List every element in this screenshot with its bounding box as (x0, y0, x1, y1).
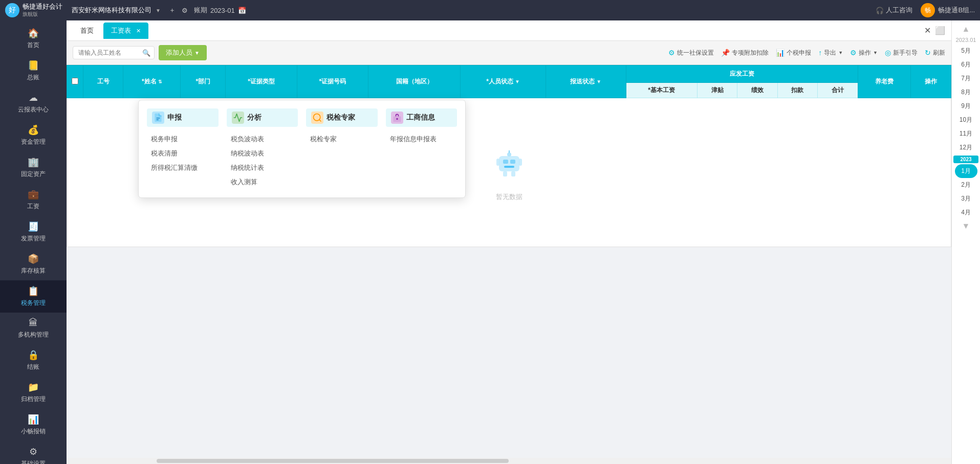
sidebar-label-settings: 基础设置 (21, 459, 46, 464)
sidebar-label-close: 结账 (27, 363, 39, 371)
sidebar-item-tax[interactable]: 📋 税务管理 (0, 280, 67, 313)
toolbar: 🔍 添加人员 ▼ ⚙ 统一社保设置 📌 专项附加扣除 📊 个税申报 (67, 41, 951, 65)
popup-col-gongshang: 工商信息 年报信息申报表 (386, 108, 458, 189)
svg-point-14 (396, 118, 398, 120)
filter-status-icon[interactable]: ▼ (515, 79, 520, 84)
sidebar-item-fund[interactable]: 💰 资金管理 (0, 119, 67, 151)
sidebar-label-ledger: 总账 (27, 73, 39, 82)
sidebar-item-fixed[interactable]: 🏢 固定资产 (0, 151, 67, 184)
sidebar-item-multi[interactable]: 🏛 多机构管理 (0, 313, 67, 344)
menu-taxcheck-expert[interactable]: 税检专家 (306, 132, 378, 146)
col-performance: 绩效 (737, 83, 777, 98)
cal-month-4[interactable]: 4月 (952, 206, 980, 219)
sidebar-item-archive[interactable]: 📁 归档管理 (0, 377, 67, 409)
user-info[interactable]: 畅 畅捷通B组... (921, 3, 975, 17)
export-action[interactable]: ↑ 导出 ▼ (818, 49, 843, 57)
support-button[interactable]: 🎧 人工咨询 (876, 6, 912, 15)
col-country: 国籍（地区） (368, 65, 460, 98)
tab-salary-table[interactable]: 工资表 ✕ (103, 23, 148, 39)
chevron-down-icon: ▼ (156, 8, 161, 13)
cal-month-8[interactable]: 8月 (952, 85, 980, 99)
social-icon: ⚙ (668, 49, 675, 57)
sidebar-label-archive: 归档管理 (21, 395, 46, 404)
menu-tax-fluctuation[interactable]: 纳税波动表 (227, 146, 298, 161)
user-name: 畅捷通B组... (938, 6, 975, 15)
export-arrow-icon: ▼ (838, 50, 843, 55)
operate-action[interactable]: ⚙ 操作 ▼ (850, 49, 878, 57)
cal-nav-down[interactable]: ▼ (960, 219, 972, 233)
col-emp-id: 工号 (83, 65, 123, 98)
company-selector[interactable]: 西安虾米网络科技有限公司 ▼ (72, 6, 161, 15)
col-action: 操作 (911, 65, 951, 98)
cal-month-1-active[interactable]: 1月 (955, 164, 977, 178)
multi-icon: 🏛 (29, 318, 38, 328)
salary-icon: 💼 (28, 189, 39, 200)
svg-rect-2 (510, 160, 515, 164)
sidebar-item-home[interactable]: 🏠 首页 (0, 23, 67, 55)
cal-month-6[interactable]: 6月 (952, 58, 980, 72)
sidebar-item-report[interactable]: 📊 小畅报销 (0, 409, 67, 441)
menu-tax-declaration[interactable]: 税务申报 (147, 132, 219, 146)
menu-tax-burden-fluctuation[interactable]: 税负波动表 (227, 132, 298, 146)
cal-month-7[interactable]: 7月 (952, 72, 980, 85)
sidebar-item-invoice[interactable]: 🧾 发票管理 (0, 216, 67, 248)
select-all-checkbox[interactable] (72, 78, 78, 84)
cal-month-12[interactable]: 12月 (952, 141, 980, 154)
window-controls: ✕ ⬜ (924, 26, 945, 35)
search-icon[interactable]: 🔍 (142, 49, 150, 57)
window-maximize-icon[interactable]: ⬜ (935, 26, 945, 35)
cal-month-10[interactable]: 10月 (952, 113, 980, 127)
cal-nav-up[interactable]: ▲ (960, 23, 972, 36)
operate-icon: ⚙ (850, 49, 857, 57)
add-company-button[interactable]: ＋ (169, 6, 176, 15)
menu-tax-form-list[interactable]: 税表清册 (147, 146, 219, 161)
sidebar-label-salary: 工资 (27, 202, 39, 211)
special-deduction-action[interactable]: 📌 专项附加扣除 (721, 49, 769, 57)
tab-home[interactable]: 首页 (73, 23, 101, 39)
sidebar-item-settings[interactable]: ⚙ 基础设置 (0, 441, 67, 464)
menu-tax-stats[interactable]: 纳税统计表 (227, 161, 298, 175)
cal-month-5[interactable]: 5月 (952, 44, 980, 58)
settings-button[interactable]: ⚙ (182, 7, 188, 14)
tax-return-action[interactable]: 📊 个税申报 (776, 49, 811, 57)
gongshang-title: 工商信息 (406, 113, 435, 122)
sidebar-item-close[interactable]: 🔒 结账 (0, 344, 67, 377)
sort-name-icon[interactable]: ⇅ (158, 79, 162, 84)
right-calendar-panel: ▲ 2023.01 5月 6月 7月 8月 9月 10月 11月 12月 202… (951, 20, 980, 464)
scroll-thumb[interactable] (157, 459, 509, 463)
cloud-icon: ☁ (29, 92, 38, 103)
popup-col-taxcheck: 税检专家 税检专家 (306, 108, 378, 189)
tax-icon: 📋 (28, 285, 39, 297)
sidebar-item-salary[interactable]: 💼 工资 (0, 184, 67, 216)
social-settings-label: 统一社保设置 (677, 49, 714, 57)
menu-income-tax-calc[interactable]: 所得税汇算清缴 (147, 161, 219, 175)
popup-col-header-gongshang: 工商信息 (386, 108, 458, 127)
menu-income-estimate[interactable]: 收入测算 (227, 175, 298, 189)
fenxi-icon (232, 112, 244, 124)
popup-col-header-fenxi: 分析 (227, 108, 298, 127)
social-settings-action[interactable]: ⚙ 统一社保设置 (668, 49, 714, 57)
menu-annual-report[interactable]: 年报信息申报表 (386, 132, 458, 146)
svg-rect-8 (503, 171, 507, 176)
col-report-status: 报送状态 ▼ (546, 65, 626, 98)
company-name: 西安虾米网络科技有限公司 (72, 6, 151, 15)
tab-close-icon[interactable]: ✕ (136, 28, 141, 34)
headset-icon: 🎧 (876, 7, 884, 14)
guide-action-label: 新手引导 (893, 49, 918, 57)
window-close-icon[interactable]: ✕ (924, 26, 931, 35)
sidebar-item-cloud[interactable]: ☁ 云报表中心 (0, 87, 67, 119)
add-dropdown-arrow-icon: ▼ (194, 50, 200, 56)
sidebar-item-ledger[interactable]: 📒 总账 (0, 55, 67, 87)
sidebar-item-inventory[interactable]: 📦 库存核算 (0, 248, 67, 280)
refresh-action[interactable]: ↻ 刷新 (925, 49, 945, 57)
app-name: 畅捷通好会计 (23, 3, 62, 11)
cal-month-9[interactable]: 9月 (952, 99, 980, 113)
guide-action[interactable]: ◎ 新手引导 (885, 49, 918, 57)
add-employee-button[interactable]: 添加人员 ▼ (159, 45, 207, 60)
cal-month-2[interactable]: 2月 (952, 178, 980, 192)
cal-month-11[interactable]: 11月 (952, 127, 980, 141)
ledger-icon: 📒 (28, 60, 39, 71)
cal-month-3[interactable]: 3月 (952, 192, 980, 206)
filter-report-icon[interactable]: ▼ (596, 79, 601, 84)
horizontal-scrollbar[interactable] (67, 458, 951, 464)
